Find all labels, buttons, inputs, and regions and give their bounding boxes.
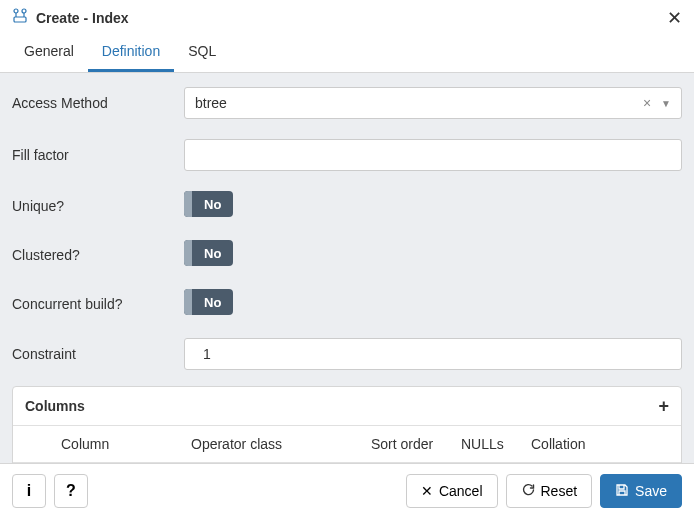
svg-point-0 [14, 9, 18, 13]
form-area: Access Method btree × ▼ Fill factor Uniq… [0, 73, 694, 463]
clustered-toggle-label: No [192, 246, 233, 261]
clear-icon[interactable]: × [643, 95, 651, 111]
concurrent-label: Concurrent build? [12, 296, 172, 312]
columns-grid-header: Column Operator class Sort order NULLs C… [13, 426, 681, 463]
titlebar: Create - Index ✕ [0, 0, 694, 35]
access-method-value: btree [195, 95, 227, 111]
columns-title: Columns [25, 398, 85, 414]
toggle-handle [184, 191, 192, 217]
dialog-title: Create - Index [36, 10, 129, 26]
footer-right: ✕ Cancel Reset Save [406, 474, 682, 508]
help-icon: ? [66, 482, 76, 500]
row-constraint: Constraint [0, 328, 694, 380]
unique-toggle-label: No [192, 197, 233, 212]
tab-sql[interactable]: SQL [174, 35, 230, 72]
fill-factor-label: Fill factor [12, 147, 172, 163]
help-button[interactable]: ? [54, 474, 88, 508]
concurrent-toggle-label: No [192, 295, 233, 310]
svg-rect-2 [14, 17, 26, 22]
header-operator-class: Operator class [185, 436, 365, 452]
index-icon [12, 8, 28, 27]
titlebar-left: Create - Index [12, 8, 129, 27]
header-collation: Collation [525, 436, 675, 452]
header-nulls: NULLs [455, 436, 525, 452]
unique-toggle[interactable]: No [184, 191, 233, 217]
save-label: Save [635, 483, 667, 499]
cancel-button[interactable]: ✕ Cancel [406, 474, 498, 508]
save-icon [615, 483, 629, 500]
cancel-label: Cancel [439, 483, 483, 499]
header-sort-order: Sort order [365, 436, 455, 452]
fill-factor-input[interactable] [184, 139, 682, 171]
row-unique: Unique? No [0, 181, 694, 230]
unique-label: Unique? [12, 198, 172, 214]
header-column: Column [55, 436, 185, 452]
chevron-down-icon: ▼ [661, 98, 671, 109]
row-fill-factor: Fill factor [0, 129, 694, 181]
toggle-handle [184, 289, 192, 315]
toggle-handle [184, 240, 192, 266]
row-access-method: Access Method btree × ▼ [0, 77, 694, 129]
concurrent-toggle[interactable]: No [184, 289, 233, 315]
row-clustered: Clustered? No [0, 230, 694, 279]
close-icon: ✕ [421, 483, 433, 499]
tabs: General Definition SQL [0, 35, 694, 73]
footer-left: i ? [12, 474, 88, 508]
columns-panel: Columns + Column Operator class Sort ord… [12, 386, 682, 463]
close-button[interactable]: ✕ [667, 9, 682, 27]
row-concurrent: Concurrent build? No [0, 279, 694, 328]
add-column-button[interactable]: + [658, 397, 669, 415]
constraint-label: Constraint [12, 346, 172, 362]
access-method-label: Access Method [12, 95, 172, 111]
svg-point-1 [22, 9, 26, 13]
access-method-select[interactable]: btree × ▼ [184, 87, 682, 119]
tab-general[interactable]: General [10, 35, 88, 72]
reset-label: Reset [541, 483, 578, 499]
refresh-icon [521, 483, 535, 500]
reset-button[interactable]: Reset [506, 474, 593, 508]
create-index-dialog: Create - Index ✕ General Definition SQL … [0, 0, 694, 518]
constraint-input[interactable] [184, 338, 682, 370]
footer: i ? ✕ Cancel Reset Save [0, 463, 694, 518]
columns-header: Columns + [13, 387, 681, 426]
tab-definition[interactable]: Definition [88, 35, 174, 72]
info-button[interactable]: i [12, 474, 46, 508]
clustered-toggle[interactable]: No [184, 240, 233, 266]
clustered-label: Clustered? [12, 247, 172, 263]
save-button[interactable]: Save [600, 474, 682, 508]
info-icon: i [27, 482, 31, 500]
